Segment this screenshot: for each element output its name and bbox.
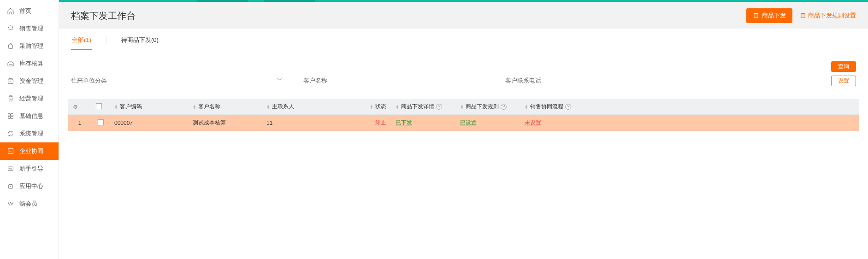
col-code[interactable]: 客户编码 (120, 103, 142, 110)
settings-doc-icon (800, 12, 806, 19)
handshake-icon (6, 147, 15, 155)
data-table: ⚙ ▲▼客户编码 ▲▼客户名称 ▲▼主联系人 ▲▼状态 ▲▼商品下发详情? ▲▼… (68, 99, 859, 131)
sidebar-item-sales[interactable]: 销售管理 (0, 20, 59, 37)
bag-icon (6, 42, 15, 50)
sidebar-item-label: 销售管理 (19, 24, 43, 33)
sidebar-item-label: 应用中心 (19, 182, 43, 190)
gear-icon[interactable]: ⚙ (73, 104, 78, 110)
filter-settings-button[interactable]: 设置 (831, 76, 856, 86)
sidebar-item-home[interactable]: 首页 (0, 2, 59, 20)
tab-pending[interactable]: 待商品下发(0) (120, 29, 159, 50)
col-contact[interactable]: 主联系人 (272, 103, 294, 110)
filter-phone-label: 客户联系电话 (505, 77, 541, 85)
sidebar-item-collab[interactable]: 企业协同 (0, 142, 59, 160)
cell-flow-link[interactable]: 未设置 (525, 119, 541, 126)
row-checkbox[interactable] (98, 119, 104, 125)
col-flow[interactable]: 销售协同流程 (530, 103, 563, 110)
sidebar-item-label: 系统管理 (19, 130, 43, 138)
tab-divider (106, 37, 106, 43)
product-issue-button[interactable]: 商品下发 (746, 8, 792, 23)
filter-phone-input[interactable] (544, 75, 701, 86)
help-icon[interactable]: ? (436, 104, 442, 110)
chevron-down-icon[interactable]: ﹀ (277, 76, 283, 84)
filter-category-label: 往来单位分类 (71, 77, 107, 85)
product-issue-button-label: 商品下发 (762, 12, 786, 20)
cell-detail-link[interactable]: 已下发 (396, 119, 412, 126)
sidebar-item-purchase[interactable]: 采购管理 (0, 37, 59, 55)
badge-icon (6, 24, 15, 33)
sidebar-item-label: 资金管理 (19, 77, 43, 85)
sidebar-item-label: 新手引导 (19, 165, 43, 173)
filter-bar: 往来单位分类 ﹀ 客户名称 客户联系电话 查询 设置 (68, 50, 859, 99)
clipboard-icon (6, 94, 15, 103)
new-icon (6, 165, 15, 173)
sort-icon[interactable]: ▲▼ (193, 105, 196, 109)
sidebar-item-inventory[interactable]: 库存核算 (0, 55, 59, 72)
sort-icon[interactable]: ▲▼ (525, 105, 528, 109)
col-status[interactable]: 状态 (375, 103, 386, 110)
vip-icon (6, 200, 15, 208)
sidebar-item-vip[interactable]: 畅会员 (0, 195, 59, 212)
grid-icon (6, 112, 15, 120)
sidebar-item-baseinfo[interactable]: 基础信息 (0, 107, 59, 125)
main: 档案下发工作台 商品下发 商品下发规则设置 全部(1) 待商品下发(0) (59, 0, 868, 259)
rotate-icon (6, 130, 15, 138)
sort-icon[interactable]: ▲▼ (460, 105, 464, 109)
cell-name: 测试成本核算 (188, 115, 262, 131)
col-detail[interactable]: 商品下发详情 (401, 103, 434, 110)
money-icon (6, 77, 15, 85)
sidebar-item-label: 库存核算 (19, 59, 43, 68)
col-rule[interactable]: 商品下发规则 (466, 103, 499, 110)
sort-icon[interactable]: ▲▼ (370, 105, 373, 109)
svg-rect-0 (8, 167, 13, 171)
rule-settings-link-label: 商品下发规则设置 (808, 12, 856, 20)
warehouse-icon (6, 59, 15, 68)
sidebar-item-appcenter[interactable]: 应用中心 (0, 177, 59, 195)
sort-icon[interactable]: ▲▼ (114, 105, 118, 109)
page-header: 档案下发工作台 商品下发 商品下发规则设置 (59, 2, 868, 29)
col-name[interactable]: 客户名称 (198, 103, 220, 110)
doc-icon (753, 12, 759, 19)
sidebar-item-label: 企业协同 (19, 147, 43, 155)
filter-category-select[interactable] (110, 75, 285, 86)
filter-custname-input[interactable] (330, 75, 487, 86)
sidebar-item-label: 畅会员 (19, 200, 37, 208)
sort-icon[interactable]: ▲▼ (266, 105, 270, 109)
cell-contact: 11 (262, 115, 336, 131)
sidebar-item-business[interactable]: 经营管理 (0, 90, 59, 107)
help-icon[interactable]: ? (565, 104, 571, 110)
sidebar-item-label: 首页 (19, 7, 31, 15)
filter-custname-label: 客户名称 (303, 77, 327, 85)
page-title: 档案下发工作台 (71, 10, 136, 22)
row-index: 1 (68, 115, 91, 131)
cell-status: 终止 (336, 115, 391, 131)
tabs: 全部(1) 待商品下发(0) (68, 29, 859, 50)
help-icon[interactable]: ? (501, 104, 507, 110)
sidebar-item-system[interactable]: 系统管理 (0, 125, 59, 142)
sidebar-item-finance[interactable]: 资金管理 (0, 72, 59, 90)
rule-settings-link[interactable]: 商品下发规则设置 (800, 12, 856, 20)
select-all-checkbox[interactable] (96, 103, 102, 109)
sidebar: 首页 销售管理 采购管理 库存核算 资金管理 经营管理 基础信息 系统管理 (0, 0, 59, 259)
appstore-icon (6, 182, 15, 190)
sidebar-item-label: 基础信息 (19, 112, 43, 120)
tab-all[interactable]: 全部(1) (71, 29, 92, 50)
query-button[interactable]: 查询 (831, 61, 856, 72)
sidebar-item-guide[interactable]: 新手引导 (0, 160, 59, 177)
cell-rule-link[interactable]: 已设置 (460, 119, 477, 126)
home-icon (6, 7, 15, 15)
sidebar-item-label: 经营管理 (19, 94, 43, 103)
table-row[interactable]: 1 000007 测试成本核算 11 终止 已下发 已设置 未设置 (68, 115, 859, 131)
cell-code: 000007 (110, 115, 188, 131)
sidebar-item-label: 采购管理 (19, 42, 43, 50)
top-accent-strip (59, 0, 868, 2)
sort-icon[interactable]: ▲▼ (396, 105, 399, 109)
